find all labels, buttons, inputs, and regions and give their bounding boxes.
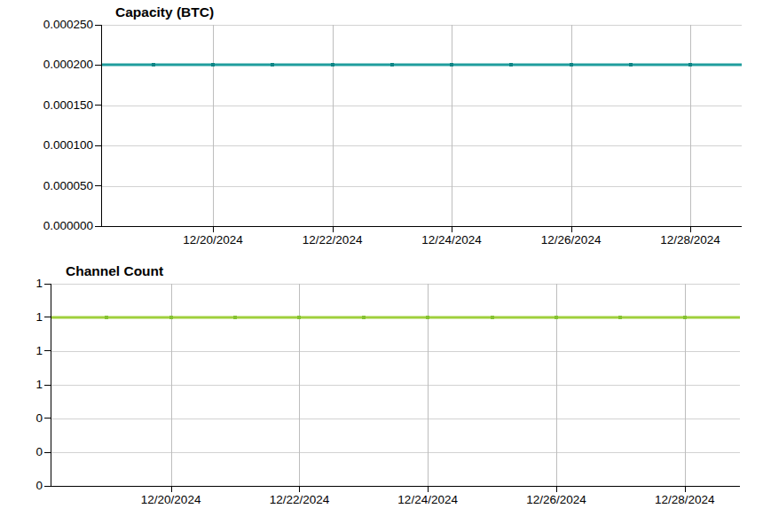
y-axis-tick <box>95 185 102 186</box>
x-axis-tick-label: 12/26/2024 <box>516 494 596 506</box>
data-point-marker <box>297 316 301 319</box>
y-axis-tick <box>44 418 51 419</box>
data-point-marker <box>152 63 155 66</box>
data-point-marker <box>105 316 108 319</box>
x-axis-tick <box>299 486 300 492</box>
y-axis-tick-label: 0 <box>0 480 43 492</box>
y-axis-tick-label: 0.000150 <box>24 99 93 112</box>
horizontal-grid-line <box>102 25 742 26</box>
x-axis-tick <box>333 226 334 232</box>
channel-count-plot-area: 111100012/20/202412/22/202412/24/202412/… <box>51 284 740 487</box>
y-axis-tick <box>95 25 102 26</box>
x-axis-tick-label: 12/26/2024 <box>531 234 611 246</box>
vertical-grid-line <box>428 284 429 486</box>
x-axis-tick-label: 12/28/2024 <box>645 494 725 506</box>
x-axis-tick <box>556 486 557 492</box>
vertical-grid-line <box>299 284 300 486</box>
x-axis-tick <box>571 226 572 232</box>
y-axis-tick-label: 0.000200 <box>24 59 93 71</box>
horizontal-grid-line <box>102 106 742 106</box>
y-axis-tick <box>44 452 51 453</box>
y-axis-tick <box>44 486 51 487</box>
horizontal-grid-line <box>51 351 740 352</box>
horizontal-grid-line <box>51 385 740 386</box>
data-point-marker <box>688 63 692 66</box>
y-axis-tick <box>44 385 51 386</box>
data-point-marker <box>211 63 215 66</box>
y-axis-tick <box>44 317 51 317</box>
horizontal-grid-line <box>102 145 742 146</box>
y-axis-tick-label: 1 <box>0 379 43 391</box>
y-axis-tick <box>44 350 51 351</box>
y-axis-tick <box>95 145 102 146</box>
data-point-marker <box>169 316 173 319</box>
y-axis-tick-label: 0.000000 <box>24 220 93 232</box>
data-point-marker <box>426 316 429 319</box>
vertical-grid-line <box>685 284 686 486</box>
data-point-marker <box>450 63 453 66</box>
y-axis-tick-label: 0.000100 <box>24 139 93 152</box>
x-axis-tick-label: 12/20/2024 <box>173 234 253 246</box>
x-axis-tick-label: 12/24/2024 <box>412 234 492 246</box>
x-axis-tick-label: 12/22/2024 <box>293 234 373 246</box>
data-point-marker <box>618 316 622 319</box>
capacity-plot-area: 0.0002500.0002000.0001500.0001000.000050… <box>101 25 742 227</box>
y-axis-tick-label: 1 <box>0 345 43 357</box>
data-point-marker <box>390 63 394 66</box>
x-axis-tick <box>213 226 214 232</box>
vertical-grid-line <box>171 284 172 486</box>
y-axis-tick <box>95 65 102 66</box>
x-axis-tick <box>452 226 452 232</box>
vertical-grid-line <box>571 25 572 226</box>
data-point-marker <box>271 63 274 66</box>
data-point-marker <box>629 63 633 66</box>
x-axis-tick-label: 12/22/2024 <box>259 494 339 506</box>
data-series-line <box>51 317 740 319</box>
y-axis-tick-label: 1 <box>0 278 43 290</box>
data-point-marker <box>491 316 494 319</box>
channel-count-chart-title: Channel Count <box>66 263 163 279</box>
data-point-marker <box>555 316 558 319</box>
x-axis-tick <box>428 486 429 492</box>
y-axis-tick-label: 0.000250 <box>24 19 93 31</box>
y-axis-tick <box>95 105 102 106</box>
y-axis-tick-label: 0 <box>0 412 43 425</box>
data-point-marker <box>570 63 573 66</box>
y-axis-tick <box>95 226 102 227</box>
data-point-marker <box>233 316 237 319</box>
x-axis-tick-label: 12/20/2024 <box>131 494 211 506</box>
x-axis-tick <box>171 486 172 492</box>
vertical-grid-line <box>452 25 452 226</box>
x-axis-tick <box>685 486 686 492</box>
x-axis-tick-label: 12/28/2024 <box>650 234 730 246</box>
y-axis-tick <box>44 284 51 285</box>
data-point-marker <box>362 316 366 319</box>
data-series-line <box>102 64 742 66</box>
y-axis-tick-label: 0 <box>0 446 43 458</box>
data-point-marker <box>331 63 334 66</box>
capacity-chart-title: Capacity (BTC) <box>115 4 214 20</box>
y-axis-tick-label: 1 <box>0 311 43 324</box>
vertical-grid-line <box>333 25 334 226</box>
vertical-grid-line <box>213 25 214 226</box>
horizontal-grid-line <box>51 452 740 453</box>
horizontal-grid-line <box>102 186 742 187</box>
vertical-grid-line <box>690 25 691 226</box>
x-axis-tick-label: 12/24/2024 <box>388 494 468 506</box>
data-point-marker <box>509 63 513 66</box>
data-point-marker <box>683 316 687 319</box>
horizontal-grid-line <box>51 284 740 285</box>
node-stats-dashboard: Capacity (BTC) 0.0002500.0002000.0001500… <box>0 0 763 532</box>
horizontal-grid-line <box>51 419 740 419</box>
y-axis-tick-label: 0.000050 <box>24 180 93 192</box>
x-axis-tick <box>690 226 691 232</box>
vertical-grid-line <box>556 284 557 486</box>
